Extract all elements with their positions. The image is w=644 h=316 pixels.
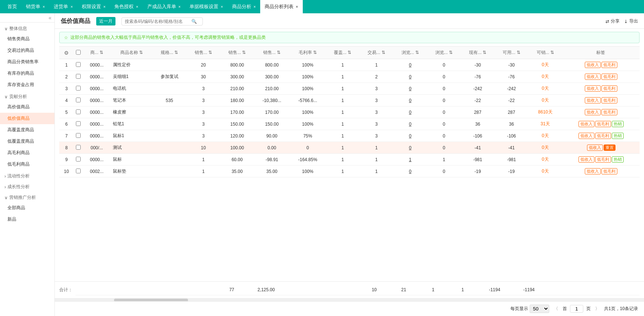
row-sales-cost: 90.00 [254,130,289,142]
sidebar-item-high-coverage[interactable]: 高覆盖度商品 [0,124,54,136]
row-code: 0000... [83,154,111,166]
row-checkbox-cell[interactable] [74,130,83,142]
row-checkbox-cell[interactable] [74,95,83,106]
search-input[interactable] [125,19,191,24]
row-checkbox[interactable] [76,157,81,162]
close-icon[interactable]: × [221,4,223,9]
views-link[interactable]: 1 [409,157,412,162]
row-checkbox[interactable] [76,109,81,114]
col-name[interactable]: 商品名称 ⇅ [111,47,152,59]
page-input[interactable] [570,305,583,313]
views-link[interactable]: 0 [409,74,412,79]
sidebar-group-title-liquidity[interactable]: › 流动性分析 [0,170,54,181]
notice-icon: ☆ [64,35,68,40]
row-checkbox-cell[interactable] [74,106,83,118]
sidebar-item-high-value[interactable]: 高价值商品 [0,101,54,113]
row-checkbox-cell[interactable] [74,142,83,154]
views-link[interactable]: 0 [409,98,412,103]
sidebar-item-stocked-products[interactable]: 有库存的商品 [0,68,54,79]
views-link[interactable]: 0 [409,110,412,115]
row-checkbox[interactable] [76,98,81,102]
views-link[interactable]: 0 [409,133,412,139]
nav-home[interactable]: 首页 [3,0,21,13]
nav-sales-order[interactable]: 销货单 × [21,0,49,13]
period-button[interactable]: 近一月 [96,17,115,26]
col-trade[interactable]: 交易... ⇅ [359,47,393,59]
sidebar-item-sales-products[interactable]: 销售类商品 [0,33,54,45]
next-page-btn[interactable]: 〉 [594,306,601,312]
row-checkbox-cell[interactable] [74,59,83,71]
sidebar-item-low-margin[interactable]: 低毛利商品 [0,159,54,170]
sidebar-group-title-marketing[interactable]: ∨ 营销推广分析 [0,191,54,202]
nav-purchase-order[interactable]: 进货单 × [49,0,77,13]
close-icon[interactable]: × [254,4,256,9]
nav-product-analysis-list[interactable]: 商品分析列表 × [260,0,302,13]
col-saleable[interactable]: 可销... ⇅ [529,47,562,59]
close-icon[interactable]: × [103,4,105,9]
sidebar-item-traded-products[interactable]: 交易过的商品 [0,45,54,56]
sidebar-item-new-products[interactable]: 新品 [0,214,54,225]
settings-header[interactable]: ⚙ [59,47,74,59]
data-table: ⚙ 商... ⇅ 商品名称 ⇅ 规格... ⇅ 销售... ⇅ 销售... ⇅ … [59,46,640,177]
checkbox-header[interactable] [74,47,83,59]
nav-template-settings[interactable]: 单据模板设置 × [185,0,227,13]
nav-role-auth[interactable]: 角色授权 × [110,0,142,13]
col-current[interactable]: 现有... ⇅ [461,47,494,59]
col-qty[interactable]: 销售... ⇅ [187,47,220,59]
row-checkbox[interactable] [76,145,81,150]
close-icon[interactable]: × [136,4,138,9]
row-checkbox[interactable] [76,74,81,79]
row-checkbox[interactable] [76,169,81,173]
first-page-btn[interactable]: 〈 [552,306,560,312]
share-button[interactable]: ⇄ 分享 [606,18,620,24]
row-current: -981 [461,154,494,166]
col-coverage[interactable]: 覆盖... ⇅ [326,47,359,59]
search-icon[interactable]: 🔍 [191,19,197,24]
sidebar-group-title-contribution[interactable]: ∨ 贡献分析 [0,91,54,101]
sidebar-item-category-sales[interactable]: 商品分类销售率 [0,56,54,68]
sidebar-collapse-btn[interactable]: « [48,15,51,21]
close-icon[interactable]: × [70,4,73,9]
sidebar-group-title-growth[interactable]: › 成长性分析 [0,181,54,191]
select-all-checkbox[interactable] [76,50,81,55]
close-icon[interactable]: × [296,4,298,9]
row-checkbox-cell[interactable] [74,118,83,130]
horizontal-scrollbar[interactable] [55,298,644,301]
col-sales-cost[interactable]: 销售... ⇅ [254,47,289,59]
row-index: 7 [59,130,74,142]
nav-product-analysis[interactable]: 商品分析 × [228,0,260,13]
sidebar-item-high-margin[interactable]: 高毛利商品 [0,147,54,159]
sidebar-item-low-coverage[interactable]: 低覆盖度商品 [0,136,54,147]
row-checkbox[interactable] [76,62,81,67]
row-checkbox[interactable] [76,133,81,138]
export-button[interactable]: ⤓ 导出 [624,18,638,24]
row-checkbox-cell[interactable] [74,83,83,95]
views-link[interactable]: 0 [409,169,412,174]
per-page-select[interactable]: 50 100 200 [530,305,549,313]
col-views2[interactable]: 浏览... ⇅ [427,47,461,59]
col-spec[interactable]: 规格... ⇅ [152,47,187,59]
close-icon[interactable]: × [43,4,45,9]
col-sales-amt[interactable]: 销售... ⇅ [220,47,254,59]
views-link[interactable]: 0 [409,86,412,91]
col-available[interactable]: 可用... ⇅ [494,47,528,59]
nav-permission[interactable]: 权限设置 × [77,0,110,13]
row-checkbox[interactable] [76,121,81,126]
row-checkbox[interactable] [76,86,81,91]
sidebar-group-title-overall[interactable]: ∨ 整体信息 [0,23,54,33]
row-checkbox-cell[interactable] [74,166,83,177]
sidebar-item-stock-funds[interactable]: 库存资金占用 [0,79,54,91]
row-checkbox-cell[interactable] [74,154,83,166]
nav-product-in[interactable]: 产成品入库单 × [143,0,185,13]
views-link[interactable]: 0 [409,145,412,150]
views-link[interactable]: 0 [409,62,412,68]
sidebar-item-low-value[interactable]: 低价值商品 [0,113,54,124]
col-views1[interactable]: 浏览... ⇅ [393,47,427,59]
views-link[interactable]: 0 [409,122,412,127]
sidebar-item-all-products[interactable]: 全部商品 [0,202,54,214]
row-qty: 3 [187,130,220,142]
col-code[interactable]: 商... ⇅ [83,47,111,59]
col-gross-margin[interactable]: 毛利率 ⇅ [290,47,326,59]
close-icon[interactable]: × [178,4,181,9]
row-checkbox-cell[interactable] [74,71,83,83]
